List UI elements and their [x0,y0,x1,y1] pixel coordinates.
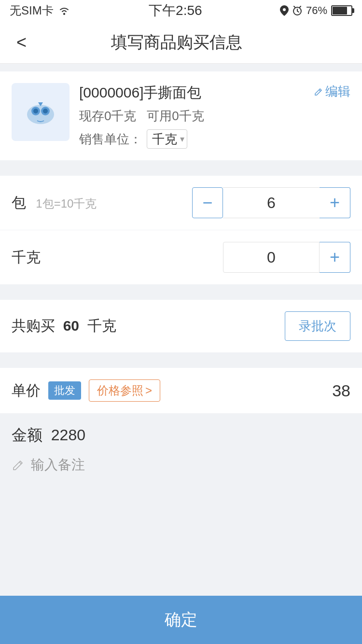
total-section: 共购买 60 千克 录批次 [0,300,362,352]
bag-hint: 1包=10千克 [36,197,97,210]
bottom-spacer [0,493,362,551]
svg-line-14 [19,462,21,464]
battery-percent: 76% [306,4,327,17]
amount-row: 金额 2280 [12,425,350,446]
kg-quantity-input[interactable] [223,242,320,273]
wifi-icon [57,6,71,15]
edit-label: 编辑 [325,83,350,100]
bag-decrement-button[interactable]: − [192,187,223,218]
bag-quantity-row: 包 1包=10千克 − + [0,176,362,230]
svg-line-13 [319,90,320,91]
product-name: [0000006]手撕面包 [79,83,201,103]
alarm-icon [292,6,302,15]
svg-line-6 [300,6,301,7]
total-value: 60 [63,318,79,334]
svg-point-0 [63,13,65,15]
divider-2 [0,284,362,292]
carrier-text: 无SIM卡 [10,3,54,18]
amount-section: 金额 2280 输入备注 [0,413,362,493]
product-section: [0000006]手撕面包 编辑 现存0千克 可用0千克 销售单位： 千克 [0,71,362,160]
kg-quantity-controls: + [223,242,350,273]
svg-point-10 [33,109,38,113]
remark-row[interactable]: 输入备注 [12,456,350,474]
status-carrier: 无SIM卡 [10,3,71,18]
product-unit-row: 销售单位： 千克 [79,129,350,149]
price-section: 单价 批发 价格参照 > 38 [0,368,362,413]
unit-select-wrapper[interactable]: 千克 [147,129,187,149]
edit-icon [314,87,323,97]
amount-value: 2280 [51,426,85,444]
price-ref-label: 价格参照 [97,383,143,398]
divider-3 [0,352,362,360]
kg-label: 千克 [12,248,223,267]
bag-quantity-controls: − + [192,187,350,218]
product-info: [0000006]手撕面包 编辑 现存0千克 可用0千克 销售单位： 千克 [79,83,350,149]
remark-label: 输入备注 [31,456,85,474]
unit-label: 销售单位： [79,131,142,148]
bag-increment-button[interactable]: + [320,187,350,218]
price-label: 单价 [12,381,41,401]
unit-select[interactable]: 千克 [147,129,187,149]
price-ref-button[interactable]: 价格参照 > [89,379,160,402]
status-bar: 无SIM卡 下午2:56 76% [0,0,362,21]
bag-label: 包 1包=10千克 [12,193,192,213]
location-icon [280,5,289,16]
quantity-section: 包 1包=10千克 − + 千克 + [0,176,362,284]
divider-1 [0,160,362,168]
svg-line-5 [294,6,295,7]
page-title: 填写商品购买信息 [31,31,321,54]
battery-icon [331,5,352,16]
price-badge: 批发 [48,381,81,400]
total-text: 共购买 60 千克 [12,316,116,336]
bag-quantity-input[interactable] [223,187,320,218]
edit-button[interactable]: 编辑 [314,83,350,100]
confirm-button[interactable]: 确定 [0,596,362,644]
price-value: 38 [332,381,350,400]
nav-bar: < 填写商品购买信息 [0,21,362,64]
kg-quantity-row: 千克 + [0,230,362,284]
price-ref-arrow: > [145,384,152,397]
kg-increment-button[interactable]: + [320,242,350,273]
remark-pencil-icon [12,458,25,472]
svg-line-4 [297,11,299,12]
batch-button[interactable]: 录批次 [285,311,350,341]
product-logo-icon [21,98,60,126]
status-time: 下午2:56 [149,1,202,20]
svg-point-11 [43,109,48,113]
back-button[interactable]: < [12,28,31,57]
svg-point-1 [283,8,286,11]
status-right: 76% [280,4,352,17]
product-image [12,83,70,141]
product-stock: 现存0千克 可用0千克 [79,108,350,125]
